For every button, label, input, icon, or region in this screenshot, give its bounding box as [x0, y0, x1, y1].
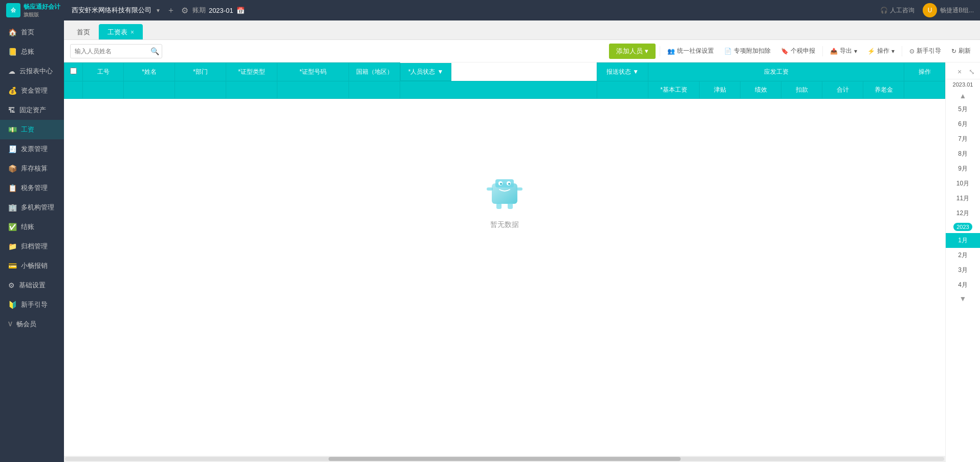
table-container[interactable]: 工号 *姓名 *部门 *证型类型 *证型号码 国籍（地区） *人员状态 ▼	[64, 62, 945, 456]
th-report-status: 报送状态 ▼	[597, 63, 648, 81]
calendar-down-button[interactable]: ▼	[957, 292, 969, 305]
cal-year-2023[interactable]: 2023	[953, 223, 972, 231]
th-empty-6	[277, 81, 349, 98]
cal-month-2023-2[interactable]: 2月	[946, 248, 980, 263]
svg-rect-6	[487, 187, 493, 191]
empty-text: 暂无数据	[490, 220, 519, 229]
sidebar-item-expense[interactable]: 💳 小畅报销	[0, 256, 64, 276]
cal-month-9[interactable]: 9月	[946, 161, 980, 176]
empty-state-cell: 暂无数据	[64, 98, 945, 304]
search-button[interactable]: 🔍	[150, 47, 159, 55]
operations-btn[interactable]: ⚡ 操作 ▾	[864, 45, 898, 57]
special-deduction-icon: 📄	[724, 48, 732, 55]
th-total: 合计	[822, 81, 863, 98]
tabs-bar: 首页 工资表 ×	[64, 20, 980, 40]
header-right: 🎧 人工咨询 U 畅捷通B组...	[880, 3, 974, 17]
th-empty-9	[597, 81, 648, 98]
sidebar-item-member[interactable]: V 畅会员	[0, 314, 64, 334]
sidebar-label-archive: 归档管理	[21, 242, 48, 251]
tab-close-icon[interactable]: ×	[130, 29, 134, 36]
calendar-icon[interactable]: 📅	[236, 7, 245, 14]
settings-nav-icon: ⚙	[8, 281, 15, 289]
cal-month-12[interactable]: 12月	[946, 206, 980, 221]
sidebar-item-home[interactable]: 🏠 首页	[0, 23, 64, 42]
th-checkbox[interactable]	[64, 63, 83, 81]
new-guide-btn[interactable]: ⊙ 新手引导	[906, 45, 944, 57]
add-person-button[interactable]: 添加人员 ▾	[609, 44, 656, 59]
scrollbar-thumb	[329, 457, 680, 461]
sidebar-item-inventory[interactable]: 📦 库存核算	[0, 159, 64, 178]
add-dropdown-icon: ▾	[645, 47, 648, 55]
sidebar-label-expense: 小畅报销	[21, 261, 48, 270]
sidebar-item-ledger[interactable]: 📒 总账	[0, 42, 64, 61]
user-area[interactable]: U 畅捷通B组...	[923, 3, 974, 17]
cal-month-2023-1[interactable]: 1月	[946, 233, 980, 248]
th-empty-op	[904, 81, 945, 98]
sidebar-label-fund: 资金管理	[21, 86, 48, 95]
export-btn[interactable]: 📤 导出 ▾	[827, 45, 860, 57]
cal-month-10[interactable]: 10月	[946, 176, 980, 191]
panel-close-button[interactable]: ×	[954, 67, 965, 77]
empty-icon	[484, 173, 525, 214]
svg-rect-1	[495, 179, 514, 187]
sidebar-item-cloud-report[interactable]: ☁ 云报表中心	[0, 61, 64, 81]
th-empty-8	[400, 81, 597, 98]
search-input[interactable]	[70, 44, 162, 58]
company-selector[interactable]: 西安虾米网络科技有限公司 ▼	[72, 6, 161, 15]
social-security-btn[interactable]: 👥 统一社保设置	[664, 45, 717, 57]
tab-salary-sheet[interactable]: 工资表 ×	[99, 24, 143, 39]
th-empty-1	[64, 81, 83, 98]
sidebar-item-multi-org[interactable]: 🏢 多机构管理	[0, 198, 64, 217]
sidebar-item-salary[interactable]: 💵 工资	[0, 120, 64, 139]
svg-point-4	[500, 183, 502, 185]
tab-home[interactable]: 首页	[68, 24, 99, 39]
panel-header: × ⤡	[946, 65, 980, 79]
personal-tax-btn[interactable]: 🔖 个税申报	[778, 45, 818, 57]
special-deduction-btn[interactable]: 📄 专项附加扣除	[721, 45, 774, 57]
sidebar-item-guide[interactable]: 🔰 新手引导	[0, 295, 64, 314]
th-name: *姓名	[124, 63, 175, 81]
data-table: 工号 *姓名 *部门 *证型类型 *证型号码 国籍（地区） *人员状态 ▼	[64, 62, 945, 304]
service-button[interactable]: 🎧 人工咨询	[880, 6, 914, 15]
add-company-button[interactable]: ＋	[167, 5, 175, 16]
report-status-filter-icon[interactable]: ▼	[633, 68, 639, 75]
ledger-icon: 📒	[8, 48, 17, 56]
sidebar-item-fund[interactable]: 💰 资金管理	[0, 81, 64, 100]
sidebar-item-archive[interactable]: 📁 归档管理	[0, 237, 64, 256]
settings-icon[interactable]: ⚙	[181, 6, 188, 15]
panel-expand-button[interactable]: ⤡	[967, 67, 977, 77]
cal-month-5[interactable]: 5月	[946, 102, 980, 117]
sidebar-item-closing[interactable]: ✅ 结账	[0, 217, 64, 237]
th-empty-4	[175, 81, 226, 98]
sidebar-item-assets[interactable]: 🏗 固定资产	[0, 100, 64, 120]
sidebar-item-invoice[interactable]: 🧾 发票管理	[0, 139, 64, 159]
cal-month-2023-4[interactable]: 4月	[946, 278, 980, 292]
cal-month-11[interactable]: 11月	[946, 191, 980, 206]
refresh-btn[interactable]: ↻ 刷新	[948, 45, 974, 57]
th-base-salary: *基本工资	[648, 81, 700, 98]
calendar-up-button[interactable]: ▲	[957, 90, 969, 102]
person-status-filter-icon[interactable]: ▼	[437, 68, 443, 75]
bottom-scrollbar[interactable]	[64, 456, 945, 462]
guide-icon: 🔰	[8, 301, 17, 309]
expense-icon: 💳	[8, 262, 17, 270]
sidebar-label-salary: 工资	[21, 125, 34, 134]
sidebar-item-tax[interactable]: 📋 税务管理	[0, 178, 64, 198]
cal-month-6[interactable]: 6月	[946, 117, 980, 132]
new-guide-icon: ⊙	[909, 48, 914, 55]
export-icon: 📤	[830, 48, 838, 55]
fund-icon: 💰	[8, 87, 17, 95]
tab-salary-label: 工资表	[107, 28, 127, 37]
invoice-icon: 🧾	[8, 145, 17, 153]
cal-month-2023-3[interactable]: 3月	[946, 263, 980, 278]
select-all-checkbox[interactable]	[70, 68, 77, 74]
company-dropdown-icon[interactable]: ▼	[156, 8, 161, 13]
cal-month-7[interactable]: 7月	[946, 132, 980, 146]
sidebar-label-invoice: 发票管理	[21, 144, 48, 154]
add-person-label: 添加人员	[616, 47, 643, 56]
company-name: 西安虾米网络科技有限公司	[72, 6, 151, 15]
sidebar-item-settings[interactable]: ⚙ 基础设置	[0, 276, 64, 295]
th-operation: 操作	[904, 63, 945, 81]
avatar: U	[923, 3, 937, 17]
cal-month-8[interactable]: 8月	[946, 146, 980, 161]
